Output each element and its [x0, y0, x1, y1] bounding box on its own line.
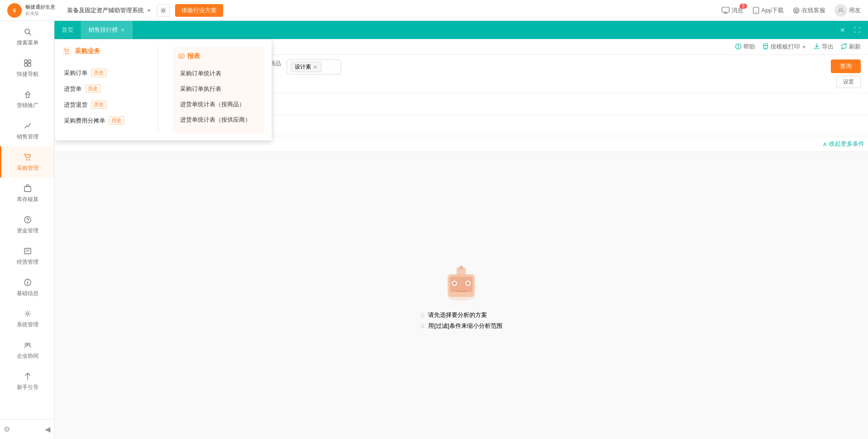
dropdown-item-incoming-by-goods[interactable]: 进货单统计表（按商品） [178, 97, 259, 112]
sidebar-item-quicknav[interactable]: 快捷导航 [0, 52, 54, 84]
sidebar-item-finance[interactable]: 资金管理 [0, 209, 54, 240]
system-title: 装备及固定资产辅助管理系统 ▼ [67, 6, 151, 15]
finance-icon [22, 214, 33, 225]
collapse-up-icon: ∧ [823, 141, 827, 148]
industry-button[interactable]: 体验行业方案 [175, 4, 223, 17]
message-badge: 9 [740, 4, 747, 9]
goods-tag: 设计素 ✕ [291, 62, 322, 72]
svg-point-23 [28, 343, 30, 345]
hint-1-text: 请先选择要分析的方案 [428, 311, 487, 319]
goods-tag-remove-icon[interactable]: ✕ [313, 64, 317, 70]
svg-text:6: 6 [13, 8, 16, 13]
message-button[interactable]: 消息 9 [722, 6, 743, 15]
purchase-col-title-text: 采购业务 [75, 47, 100, 55]
guide-icon [22, 371, 33, 382]
empty-text-list: 请先选择要分析的方案 用[过滤]条件来缩小分析范围 [420, 311, 502, 330]
logo-area: 6 畅捷通好生意 标准版 [7, 3, 62, 18]
expense-label: 采购费用分摊单 [64, 117, 105, 125]
svg-point-37 [68, 53, 68, 54]
dropdown-item-incoming-by-supplier[interactable]: 进货单统计表（按供应商） [178, 112, 259, 128]
print-dropdown-icon[interactable]: ▼ [802, 44, 806, 49]
svg-rect-14 [26, 94, 29, 98]
dropdown-divider [158, 47, 158, 133]
dropdown-item-return[interactable]: 进货退货 历史 [62, 97, 143, 113]
tab-sales-ranking[interactable]: 销售排行榜 ✕ [81, 21, 132, 39]
dropdown-menu: 采购业务 采购订单 历史 进货单 历史 进货退货 历史 [54, 39, 272, 141]
sidebar-item-sales[interactable]: 销售管理 [0, 115, 54, 146]
dropdown-item-purchase-order-exec[interactable]: 采购订单执行表 [178, 81, 259, 97]
refresh-button[interactable]: 刷新 [841, 43, 861, 51]
sidebar-label-inventory: 库存核算 [17, 196, 39, 203]
svg-rect-13 [28, 64, 31, 66]
sidebar-item-operations[interactable]: 经营管理 [0, 240, 54, 271]
sidebar-item-system[interactable]: 系统管理 [0, 303, 54, 334]
purchase-order-exec-label: 采购订单执行表 [180, 85, 221, 93]
help-button[interactable]: 帮助 [735, 43, 755, 51]
sidebar-label-basicinfo: 基础信息 [17, 290, 39, 297]
purchase-order-stat-label: 采购订单统计表 [180, 69, 221, 78]
operations-icon [22, 246, 33, 256]
sidebar-item-purchase[interactable]: 采购管理 [0, 146, 54, 178]
svg-point-36 [65, 53, 66, 54]
user-button[interactable]: 用友 [834, 4, 861, 17]
sidebar-item-collab[interactable]: 企业协同 [0, 334, 54, 365]
settings-button[interactable]: 设置 [836, 76, 861, 88]
empty-illustration [434, 258, 488, 304]
query-button[interactable]: 查询 [831, 59, 861, 73]
sidebar-label-quicknav: 快捷导航 [17, 70, 39, 78]
help-icon [735, 43, 741, 51]
sidebar-item-basicinfo[interactable]: 基础信息 [0, 271, 54, 303]
sidebar-label-sales: 销售管理 [17, 133, 39, 141]
system-icon [22, 308, 33, 319]
basicinfo-icon [22, 277, 33, 288]
svg-point-16 [29, 159, 30, 161]
sidebar-item-guide[interactable]: 新手引导 [0, 365, 54, 397]
export-button[interactable]: 导出 [814, 43, 834, 51]
dropdown-item-incoming[interactable]: 进货单 历史 [62, 81, 143, 97]
tab-close-all-icon[interactable]: ✕ [837, 25, 848, 35]
sidebar-collapse-icon[interactable]: ◀ [45, 425, 50, 434]
svg-point-35 [459, 266, 463, 269]
sidebar-item-marketing[interactable]: 营销推广 [0, 84, 54, 115]
dropdown-item-expense[interactable]: 采购费用分摊单 历史 [62, 113, 143, 128]
chevron-down-icon[interactable]: ▼ [146, 8, 151, 13]
sidebar-label-collab: 企业协同 [17, 352, 39, 360]
svg-point-22 [25, 343, 28, 345]
sidebar-item-search[interactable]: 搜索菜单 [0, 21, 54, 52]
svg-point-2 [162, 9, 164, 11]
report-col-icon [178, 53, 185, 60]
incoming-history-badge: 历史 [85, 84, 101, 93]
sidebar-label-system: 系统管理 [17, 321, 39, 329]
purchase-col-icon [62, 47, 71, 56]
sidebar-item-inventory[interactable]: 库存核算 [0, 178, 54, 209]
empty-hint-2: 用[过滤]条件来缩小分析范围 [420, 322, 502, 330]
inventory-icon [22, 183, 33, 194]
tab-home[interactable]: 首页 [54, 21, 81, 39]
svg-rect-17 [24, 187, 31, 192]
quicknav-icon [22, 58, 33, 69]
goods-input[interactable]: 设计素 ✕ ··· [287, 59, 341, 74]
empty-state: 请先选择要分析的方案 用[过滤]条件来缩小分析范围 [54, 152, 868, 439]
tab-expand-icon[interactable]: ⛶ [852, 25, 863, 35]
tab-close-icon[interactable]: ✕ [121, 27, 125, 33]
system-title-text: 装备及固定资产辅助管理系统 [67, 6, 144, 15]
dropdown-item-purchase-order[interactable]: 采购订单 历史 [62, 65, 143, 81]
sidebar-settings-icon[interactable]: ⚙ [4, 425, 10, 434]
help-label: 帮助 [743, 43, 755, 51]
dropdown-item-purchase-order-stat[interactable]: 采购订单统计表 [178, 66, 259, 81]
collapse-button[interactable]: ∧ 收起更多条件 [823, 140, 864, 148]
sidebar-label-marketing: 营销推广 [17, 102, 39, 109]
online-service-button[interactable]: 在线客服 [793, 6, 825, 15]
main-layout: 搜索菜单 快捷导航 营销推广 [0, 21, 868, 439]
template-print-button[interactable]: 按模板打印 ▼ [762, 43, 806, 51]
app-download-button[interactable]: App下载 [752, 6, 784, 15]
user-label: 用友 [849, 6, 861, 15]
sidebar-label-search: 搜索菜单 [17, 39, 39, 47]
gear-button[interactable] [157, 4, 170, 17]
return-history-badge: 历史 [91, 100, 107, 109]
tab-bar: 首页 销售排行榜 ✕ ✕ ⛶ [54, 21, 868, 39]
collapse-label: 收起更多条件 [829, 140, 864, 148]
goods-tag-text: 设计素 [295, 63, 311, 71]
search-icon [22, 26, 33, 37]
logo-sub: 标准版 [25, 10, 55, 17]
